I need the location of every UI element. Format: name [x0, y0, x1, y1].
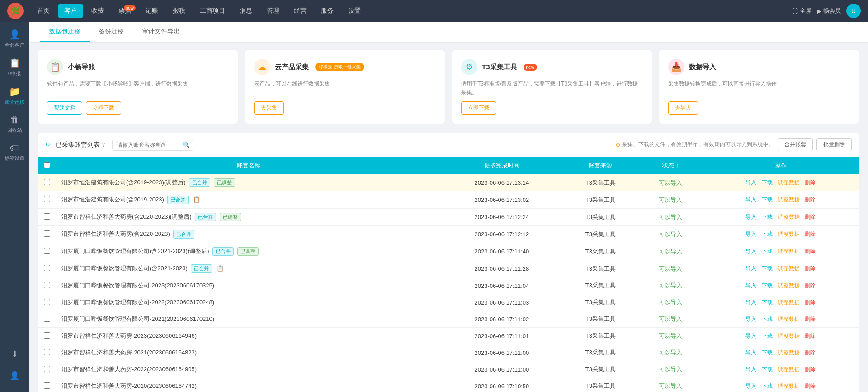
delete-link[interactable]: 删除 — [805, 231, 816, 237]
nav-item-business[interactable]: 工商项目 — [193, 4, 231, 18]
download-link[interactable]: 下载 — [762, 179, 773, 186]
row-checkbox-1[interactable] — [44, 196, 50, 202]
download-link[interactable]: 下载 — [762, 383, 773, 389]
delete-link[interactable]: 删除 — [805, 282, 816, 289]
import-link[interactable]: 导入 — [745, 316, 756, 322]
tab-backup-migrate[interactable]: 备份迁移 — [90, 22, 133, 42]
row-checkbox-3[interactable] — [44, 230, 50, 237]
import-link[interactable]: 导入 — [745, 383, 756, 389]
user-avatar[interactable]: U — [846, 4, 861, 18]
import-link[interactable]: 导入 — [745, 299, 756, 306]
search-input[interactable] — [112, 139, 193, 151]
import-link[interactable]: 导入 — [745, 282, 756, 289]
adjust-data-link[interactable]: 调整数据 — [778, 179, 800, 186]
help-icon[interactable]: ? — [102, 141, 105, 148]
import-link[interactable]: 导入 — [745, 214, 756, 220]
import-link[interactable]: 导入 — [745, 248, 756, 254]
app-logo[interactable]: 🌿 — [7, 3, 24, 19]
download-link[interactable]: 下载 — [762, 265, 773, 272]
card1-help-button[interactable]: 帮助文档 — [47, 101, 82, 115]
card1-download-button[interactable]: 立即下载 — [86, 101, 121, 115]
row-checkbox-4[interactable] — [44, 248, 50, 254]
row-checkbox-10[interactable] — [44, 349, 50, 355]
download-link[interactable]: 下载 — [762, 316, 773, 322]
delete-link[interactable]: 删除 — [805, 299, 816, 306]
sidebar-item-tag-settings[interactable]: 🏷 标签设置 — [2, 139, 27, 165]
adjust-data-link[interactable]: 调整数据 — [778, 265, 800, 272]
download-link[interactable]: 下载 — [762, 333, 773, 339]
nav-item-service[interactable]: 服务 — [315, 4, 340, 18]
nav-item-manage[interactable]: 管理 — [260, 4, 286, 18]
adjust-data-link[interactable]: 调整数据 — [778, 349, 800, 356]
adjust-data-link[interactable]: 调整数据 — [778, 366, 800, 373]
sidebar-item-zero-declare[interactable]: 📋 0申报 — [2, 54, 27, 81]
row-checkbox-8[interactable] — [44, 316, 50, 322]
adjust-data-link[interactable]: 调整数据 — [778, 299, 800, 306]
nav-item-ticket[interactable]: 票据 new — [112, 4, 137, 18]
card3-download-button[interactable]: 立即下载 — [461, 101, 496, 115]
adjust-data-link[interactable]: 调整数据 — [778, 282, 800, 289]
row-file-icon[interactable]: 📋 — [193, 196, 200, 203]
delete-link[interactable]: 删除 — [805, 349, 816, 356]
delete-link[interactable]: 删除 — [805, 316, 816, 322]
import-link[interactable]: 导入 — [745, 231, 756, 237]
row-checkbox-6[interactable] — [44, 282, 50, 288]
download-link[interactable]: 下载 — [762, 299, 773, 306]
card4-import-button[interactable]: 去导入 — [668, 101, 698, 115]
nav-item-tax[interactable]: 报税 — [166, 4, 192, 18]
nav-item-bookkeeping[interactable]: 记账 — [139, 4, 165, 18]
download-link[interactable]: 下载 — [762, 248, 773, 254]
delete-link[interactable]: 删除 — [805, 196, 816, 203]
row-checkbox-5[interactable] — [44, 265, 50, 271]
member-button[interactable]: ▶ 畅会员 — [817, 7, 841, 15]
search-button[interactable]: 🔍 — [182, 141, 190, 148]
row-file-icon[interactable]: 📋 — [217, 265, 224, 272]
nav-item-charge[interactable]: 收费 — [85, 4, 110, 18]
delete-link[interactable]: 删除 — [805, 333, 816, 339]
delete-link[interactable]: 删除 — [805, 366, 816, 373]
merge-button[interactable]: 合并账套 — [778, 138, 813, 151]
import-link[interactable]: 导入 — [745, 265, 756, 272]
tab-data-migrate[interactable]: 数据包迁移 — [40, 22, 90, 42]
sidebar-item-all-clients[interactable]: 👤 全部客户 — [2, 25, 27, 52]
row-checkbox-9[interactable] — [44, 332, 50, 339]
download-link[interactable]: 下载 — [762, 349, 773, 356]
download-link[interactable]: 下载 — [762, 196, 773, 203]
nav-item-client[interactable]: 客户 — [58, 4, 83, 18]
adjust-data-link[interactable]: 调整数据 — [778, 196, 800, 203]
card2-collect-button[interactable]: 去采集 — [254, 101, 284, 115]
adjust-data-link[interactable]: 调整数据 — [778, 231, 800, 237]
sidebar-item-account-migrate[interactable]: 📁 账套迁移 — [2, 82, 27, 109]
sidebar-account-button[interactable]: 👤 — [5, 367, 24, 385]
delete-link[interactable]: 删除 — [805, 383, 816, 389]
delete-link[interactable]: 删除 — [805, 179, 816, 186]
import-link[interactable]: 导入 — [745, 196, 756, 203]
adjust-data-link[interactable]: 调整数据 — [778, 248, 800, 254]
row-checkbox-12[interactable] — [44, 382, 50, 389]
row-checkbox-11[interactable] — [44, 366, 50, 372]
import-link[interactable]: 导入 — [745, 349, 756, 356]
nav-item-home[interactable]: 首页 — [31, 4, 56, 18]
download-link[interactable]: 下载 — [762, 214, 773, 220]
batch-delete-button[interactable]: 批量删除 — [816, 138, 852, 151]
import-link[interactable]: 导入 — [745, 366, 756, 373]
select-all-checkbox[interactable] — [44, 162, 50, 168]
row-checkbox-7[interactable] — [44, 299, 50, 305]
import-link[interactable]: 导入 — [745, 333, 756, 339]
fullscreen-button[interactable]: ⛶ 全屏 — [792, 7, 811, 15]
sidebar-download-button[interactable]: ⬇ — [5, 345, 24, 363]
download-link[interactable]: 下载 — [762, 366, 773, 373]
nav-item-settings[interactable]: 设置 — [342, 4, 367, 18]
adjust-data-link[interactable]: 调整数据 — [778, 383, 800, 389]
download-link[interactable]: 下载 — [762, 282, 773, 289]
delete-link[interactable]: 删除 — [805, 248, 816, 254]
download-link[interactable]: 下载 — [762, 231, 773, 237]
nav-item-message[interactable]: 消息 — [233, 4, 259, 18]
adjust-data-link[interactable]: 调整数据 — [778, 214, 800, 220]
adjust-data-link[interactable]: 调整数据 — [778, 333, 800, 339]
tab-audit-export[interactable]: 审计文件导出 — [133, 22, 189, 42]
sidebar-item-recycle[interactable]: 🗑 回收站 — [2, 111, 27, 137]
refresh-icon[interactable]: ↻ — [45, 141, 50, 148]
nav-item-operation[interactable]: 经营 — [288, 4, 313, 18]
import-link[interactable]: 导入 — [745, 179, 756, 186]
